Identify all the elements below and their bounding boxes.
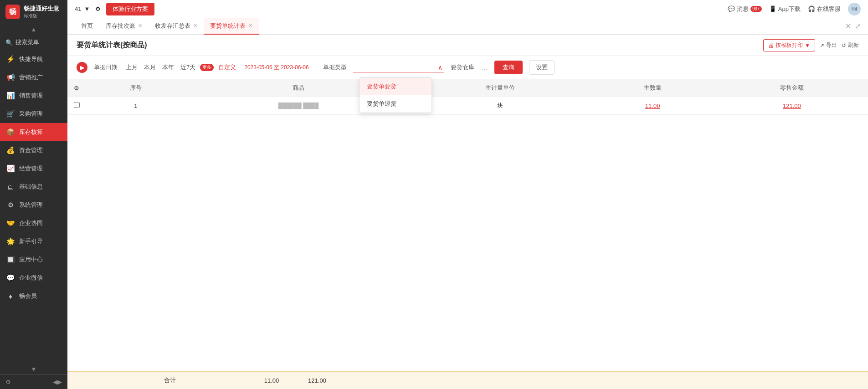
- sidebar-item-apps[interactable]: 🔲应用中心: [0, 251, 67, 269]
- sidebar-item-sales[interactable]: 📊销售管理: [0, 87, 67, 105]
- logo-sub: 标准版: [24, 13, 59, 19]
- date-prev-month[interactable]: 上月: [124, 62, 139, 72]
- message-badge: 99+: [750, 6, 762, 12]
- date-curr-month[interactable]: 本月: [142, 62, 158, 72]
- store-num: 41: [75, 5, 81, 12]
- settings-icon[interactable]: ⚙: [5, 379, 11, 385]
- tab-invoice-summary[interactable]: 收发存汇总表✕: [149, 18, 204, 35]
- page-header: 要货单统计表(按商品) 🖨 按模板打印 ▼ ↗ 导出 ↺ 刷新: [67, 35, 868, 55]
- sidebar-search[interactable]: 🔍 搜索菜单: [0, 35, 67, 50]
- sidebar-item-system[interactable]: ⚙系统管理: [0, 196, 67, 214]
- sidebar-logo: 畅 畅捷通好生意 标准版: [0, 0, 67, 24]
- template-print-btn[interactable]: 🖨 按模板打印 ▼: [763, 39, 815, 51]
- sidebar-item-inventory[interactable]: 📦库存核算: [0, 123, 67, 141]
- message-btn[interactable]: 💬 消息 99+: [728, 5, 762, 13]
- tabs-bar: 首页库存批次账✕收发存汇总表✕要货单统计表✕ ✕ ⤢: [67, 18, 868, 35]
- type-select-wrap[interactable]: ∧: [353, 63, 444, 72]
- footer-amount: 121.00: [294, 377, 340, 384]
- cell-amount[interactable]: 121.00: [716, 97, 868, 115]
- nav-label-marketing: 营销推广: [19, 73, 43, 82]
- sidebar-scroll-up[interactable]: ▲: [0, 24, 67, 35]
- cell-checkbox[interactable]: [67, 97, 86, 115]
- sidebar-item-basic[interactable]: 🗂基础信息: [0, 178, 67, 196]
- avatar[interactable]: Rit: [848, 3, 861, 15]
- table-head: ⚙ 序号 商品 主计量单位 主数量 零售金额: [67, 79, 868, 97]
- type-dropdown-arrow[interactable]: ∧: [438, 64, 442, 71]
- col-settings-icon[interactable]: ⚙: [74, 85, 79, 92]
- sidebar-item-wechat[interactable]: 💬企业微信: [0, 269, 67, 287]
- window-btns: ✕ ⤢: [845, 22, 861, 31]
- date-curr-year[interactable]: 本年: [160, 62, 176, 72]
- filter-bar: ▶ 单据日期 上月 本月 本年 近7天 更多 自定义 2023-05-06 至 …: [67, 55, 868, 79]
- sidebar-item-coop[interactable]: 🤝企业协同: [0, 214, 67, 232]
- table-row: 1 ██████ ████ 块 11.00 121.00: [67, 97, 868, 115]
- filter-sep: |: [315, 64, 317, 71]
- app-download-btn[interactable]: 📱 App下载: [769, 5, 801, 13]
- sidebar: 畅 畅捷通好生意 标准版 ▲ 🔍 搜索菜单 ⚡快捷导航📢营销推广📊销售管理🛒采购…: [0, 0, 67, 389]
- nav-label-basic: 基础信息: [19, 183, 43, 191]
- tab-close-order-summary[interactable]: ✕: [248, 23, 252, 29]
- col-amount: 零售金额: [716, 79, 868, 97]
- sidebar-item-guide[interactable]: 🌟新手引导: [0, 232, 67, 251]
- search-icon: 🔍: [5, 39, 13, 46]
- warehouse-dots[interactable]: …: [481, 63, 488, 72]
- data-table: ⚙ 序号 商品 主计量单位 主数量 零售金额 1 ██████ ████ 块 1…: [67, 79, 868, 115]
- nav-icon-coop: 🤝: [6, 219, 15, 227]
- service-label: 在线客服: [817, 5, 841, 13]
- export-label: 导出: [826, 41, 837, 49]
- store-dropdown-icon[interactable]: ▼: [84, 5, 90, 12]
- search-label: 搜索菜单: [15, 38, 39, 46]
- tab-order-summary[interactable]: 要货单统计表✕: [204, 18, 259, 35]
- date-range: 2023-05-06 至 2023-06-06: [244, 64, 308, 72]
- sidebar-item-member[interactable]: ♦畅会员: [0, 287, 67, 305]
- type-input[interactable]: [355, 64, 438, 71]
- sidebar-item-quick-nav[interactable]: ⚡快捷导航: [0, 50, 67, 68]
- sidebar-item-operation[interactable]: 📈经营管理: [0, 159, 67, 178]
- nav-icon-wechat: 💬: [6, 274, 15, 282]
- cell-qty[interactable]: 11.00: [590, 97, 716, 115]
- nav-icon-purchase: 🛒: [6, 110, 15, 118]
- refresh-btn[interactable]: ↺ 刷新: [842, 41, 859, 49]
- tab-label-batch-account: 库存批次账: [106, 22, 135, 30]
- search-btn[interactable]: 查询: [494, 61, 523, 74]
- export-icon: ↗: [820, 42, 824, 49]
- nav-icon-marketing: 📢: [6, 73, 15, 82]
- tab-home[interactable]: 首页: [75, 18, 99, 35]
- sidebar-item-finance[interactable]: 💰资金管理: [0, 141, 67, 159]
- dropdown-item-order-return[interactable]: 要货单退货: [360, 95, 431, 113]
- filter-toggle-btn[interactable]: ▶: [77, 62, 87, 73]
- sidebar-bottom[interactable]: ⚙ ◀▶: [0, 374, 67, 389]
- message-label: 消息: [737, 5, 749, 13]
- sidebar-item-marketing[interactable]: 📢营销推广: [0, 68, 67, 87]
- tab-close-invoice-summary[interactable]: ✕: [193, 23, 197, 29]
- resize-window-btn[interactable]: ⤢: [855, 22, 861, 31]
- export-btn[interactable]: ↗ 导出: [820, 41, 837, 49]
- nav-icon-apps: 🔲: [6, 256, 15, 264]
- dropdown-item-order-goods[interactable]: 要货单要货: [360, 78, 431, 95]
- date-label: 单据日期: [94, 63, 118, 72]
- col-settings[interactable]: ⚙: [67, 79, 86, 97]
- date-more-badge[interactable]: 更多: [200, 64, 214, 71]
- app-icon: 📱: [769, 5, 776, 12]
- date-7days[interactable]: 近7天: [179, 62, 197, 72]
- tab-close-batch-account[interactable]: ✕: [138, 23, 142, 29]
- nav-label-member: 畅会员: [19, 292, 37, 300]
- data-table-wrap: ⚙ 序号 商品 主计量单位 主数量 零售金额 1 ██████ ████ 块 1…: [67, 79, 868, 371]
- nav-label-operation: 经营管理: [19, 164, 43, 173]
- nav-label-purchase: 采购管理: [19, 110, 43, 118]
- footer-qty: 11.00: [249, 377, 294, 384]
- industry-btn[interactable]: 体验行业方案: [106, 3, 154, 15]
- sidebar-item-purchase[interactable]: 🛒采购管理: [0, 105, 67, 123]
- sidebar-scroll-down[interactable]: ▼: [0, 364, 67, 374]
- date-custom[interactable]: 自定义: [216, 62, 238, 72]
- tab-batch-account[interactable]: 库存批次账✕: [99, 18, 149, 35]
- expand-icon[interactable]: ▼: [805, 42, 810, 49]
- service-btn[interactable]: 🎧 在线客服: [808, 5, 841, 13]
- store-selector[interactable]: 41 ▼: [75, 5, 90, 12]
- col-qty: 主数量: [590, 79, 716, 97]
- set-btn[interactable]: 设置: [529, 60, 555, 75]
- cell-num: 1: [86, 97, 186, 115]
- topbar-settings-icon[interactable]: ⚙: [95, 5, 101, 12]
- close-window-btn[interactable]: ✕: [845, 22, 851, 31]
- collapse-icon[interactable]: ◀▶: [53, 379, 62, 385]
